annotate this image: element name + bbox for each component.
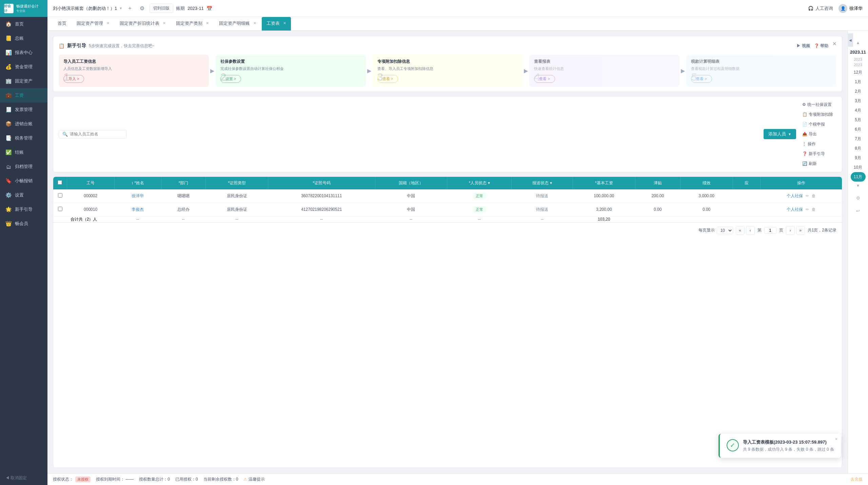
cell-id-no-0: 360782200104131111 (268, 189, 375, 203)
cell-name-1[interactable]: 李俊杰 (114, 203, 161, 216)
action-btn-social-security[interactable]: ⚙ 统一社保设置 (799, 100, 835, 110)
cal-month-11[interactable]: 11月 (851, 172, 866, 182)
action-btn-guide-btn[interactable]: ❓ 新手引导 (799, 149, 828, 159)
guide-close-btn[interactable]: ✕ (832, 41, 836, 46)
sidebar-item-member[interactable]: 👑 畅会员 (0, 217, 47, 231)
year-label: 2023.11 (849, 48, 867, 56)
sidebar-item-tax[interactable]: 📑 税务管理 (0, 131, 47, 145)
add-person-btn[interactable]: 添加人员 ▼ (764, 129, 796, 139)
cell-apply-0 (733, 189, 760, 203)
panel-back-icon[interactable]: ↩ (851, 205, 866, 216)
sidebar-item-payroll[interactable]: 💼 工资 (0, 88, 47, 102)
toast-close-btn[interactable]: × (835, 436, 837, 442)
next-page-btn[interactable]: › (786, 226, 795, 235)
tab-close-asset-detail[interactable]: ✕ (253, 21, 256, 25)
cell-basic-salary-0: 100,000.00 (573, 189, 635, 203)
action-social-security-1[interactable]: 个人社保 (787, 207, 803, 212)
sidebar-item-guide[interactable]: 🌟 新手引导 (0, 202, 47, 217)
sidebar-item-funds[interactable]: 💰 资金管理 (0, 60, 47, 74)
action-social-security-0[interactable]: 个人社保 (787, 193, 803, 199)
sidebar-item-purchase-sale[interactable]: 📦 进销台账 (0, 117, 47, 131)
tab-close-payroll[interactable]: ✕ (283, 21, 286, 25)
action-delete-icon-1[interactable]: 🗑 (812, 207, 816, 212)
cal-next-btn[interactable]: ▼ (855, 182, 862, 189)
page-size-select[interactable]: 10 20 50 (717, 227, 733, 234)
cell-name-0[interactable]: 徐泽华 (114, 189, 161, 203)
calendar-icon[interactable]: 📅 (206, 6, 212, 11)
step-title-2: 专项附加扣除信息 (377, 59, 518, 64)
sidebar-icon-ledger: 📒 (5, 35, 12, 41)
action-edit-icon-0[interactable]: ✏ (806, 193, 809, 198)
action-btn-tax-report[interactable]: 📄 个税申报 (799, 119, 828, 129)
select-all-checkbox[interactable] (58, 180, 62, 185)
recharge-link[interactable]: 去充值 (850, 477, 863, 482)
panel-settings-icon[interactable]: ⚙ (851, 192, 866, 203)
first-page-btn[interactable]: « (736, 226, 745, 235)
cal-month-2[interactable]: 2月 (851, 87, 866, 96)
sidebar-icon-fixed-assets: 🏢 (5, 78, 12, 84)
search-wrapper: 🔍 (59, 130, 126, 138)
cal-month-9[interactable]: 9月 (851, 153, 866, 163)
action-btn-export[interactable]: 📤 导出 (799, 129, 820, 139)
sidebar-item-reports[interactable]: 📊 报表中心 (0, 45, 47, 60)
sidebar-item-archive[interactable]: 🗂 归档管理 (0, 160, 47, 174)
video-link[interactable]: ▶ 视频 (796, 43, 810, 49)
page-input[interactable] (764, 227, 776, 234)
action-btn-refresh[interactable]: 🔄 刷新 (799, 159, 820, 169)
sidebar-item-settings[interactable]: ⚙️ 设置 (0, 188, 47, 202)
cell-id-type-0: 居民身份证 (206, 189, 268, 203)
cell-allowance-1: 0.00 (635, 203, 680, 216)
sidebar-item-ledger[interactable]: 📒 总账 (0, 31, 47, 45)
cal-month-7[interactable]: 7月 (851, 134, 866, 144)
cal-month-6[interactable]: 6月 (851, 125, 866, 134)
settings-icon[interactable]: ⚙ (137, 4, 147, 13)
cal-prev-btn[interactable]: ▲ (855, 39, 862, 46)
action-btn-operations[interactable]: ⋮ 操作 (799, 139, 819, 149)
tab-close-fixed-assets[interactable]: ✕ (106, 21, 110, 25)
action-btn-deduction[interactable]: 📋 专项附加扣除 (799, 110, 836, 119)
cal-month-1[interactable]: 1月 (851, 77, 866, 87)
sidebar-item-expenses[interactable]: 🧾 发票管理 (0, 102, 47, 117)
add-account-btn[interactable]: ＋ (125, 4, 135, 13)
action-delete-icon-0[interactable]: 🗑 (812, 193, 816, 198)
user-info[interactable]: 👤 徐泽华 (839, 4, 863, 13)
cell-performance-1: 0.00 (680, 203, 733, 216)
cal-month-3[interactable]: 3月 (851, 96, 866, 106)
tab-payroll[interactable]: 工资表✕ (262, 17, 291, 31)
tab-label-asset-detail: 固定资产明细账 (219, 20, 250, 26)
tab-close-depreciation[interactable]: ✕ (163, 21, 166, 25)
cal-month-8[interactable]: 8月 (851, 144, 866, 153)
service-btn[interactable]: 🎧 人工咨询 (808, 5, 833, 12)
panel-collapse-btn[interactable]: ◀ (848, 33, 853, 47)
prev-page-btn[interactable]: ‹ (746, 226, 755, 235)
sidebar-label-archive: 归档管理 (15, 164, 33, 170)
unpin-sidebar-btn[interactable]: ◀ 取消固定 (0, 471, 47, 485)
tabs-bar: 首页固定资产管理✕固定资产折旧统计表✕固定资产类别✕固定资产明细账✕工资表✕ (47, 17, 868, 31)
tab-asset-detail[interactable]: 固定资产明细账✕ (214, 17, 261, 31)
account-selector[interactable]: 刘小艳演示账套（勿删勿动！）1 ▼ (53, 5, 122, 12)
sidebar-item-expense-report[interactable]: 🔖 小畅报销 (0, 174, 47, 188)
search-input[interactable] (70, 132, 123, 136)
last-page-btn[interactable]: » (796, 226, 805, 235)
tab-home[interactable]: 首页 (53, 17, 71, 31)
action-icon-operations: ⋮ (802, 142, 806, 146)
sidebar-item-fixed-assets[interactable]: 🏢 固定资产 (0, 74, 47, 88)
guide-step-5: 税款计算明细表 查看税款计算过程及明细数据 5 查看 > (686, 55, 836, 87)
row-checkbox-0[interactable] (58, 193, 62, 198)
switch-version-btn[interactable]: 切到旧版 (150, 4, 173, 13)
cal-month-5[interactable]: 5月 (851, 115, 866, 125)
action-edit-icon-1[interactable]: ✏ (806, 207, 809, 212)
action-icon-guide-btn: ❓ (802, 151, 807, 156)
help-link[interactable]: ❓ 帮助 (814, 43, 828, 49)
sidebar-item-home[interactable]: 🏠 首页 (0, 17, 47, 31)
cal-month-0[interactable]: 12月 (851, 68, 866, 77)
col-emp-no: 工号 (67, 177, 114, 189)
tab-fixed-assets[interactable]: 固定资产管理✕ (72, 17, 114, 31)
cal-month-4[interactable]: 4月 (851, 106, 866, 115)
row-checkbox-1[interactable] (58, 207, 62, 211)
sidebar-item-closing[interactable]: ✅ 结账 (0, 145, 47, 160)
tab-asset-category[interactable]: 固定资产类别✕ (171, 17, 214, 31)
cal-month-10[interactable]: 10月 (851, 163, 866, 172)
tab-close-asset-category[interactable]: ✕ (206, 21, 209, 25)
tab-depreciation[interactable]: 固定资产折旧统计表✕ (115, 17, 171, 31)
